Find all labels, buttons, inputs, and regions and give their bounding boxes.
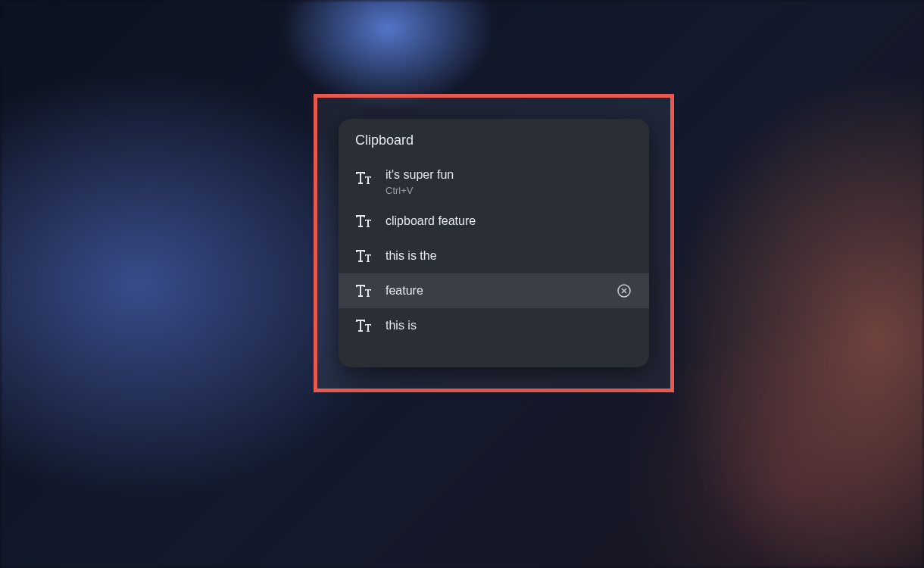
clipboard-item-text: this is the	[386, 249, 632, 263]
text-icon	[355, 317, 372, 334]
clipboard-item-text: this is	[386, 319, 632, 332]
panel-title: Clipboard	[339, 119, 649, 159]
clipboard-item[interactable]: feature	[339, 273, 649, 308]
clipboard-items-list: it's super fun Ctrl+V clipboard feature	[339, 159, 649, 367]
clipboard-item-content: this is	[386, 319, 632, 332]
clipboard-panel: Clipboard it's super fun Ctrl+V	[339, 119, 649, 367]
annotation-highlight-box: Clipboard it's super fun Ctrl+V	[314, 94, 674, 392]
text-icon	[355, 248, 372, 264]
text-icon	[355, 170, 372, 186]
clipboard-item[interactable]: this is	[339, 308, 649, 343]
clipboard-item-content: feature	[386, 284, 616, 298]
clipboard-item-content: this is the	[386, 249, 632, 263]
clipboard-item[interactable]: clipboard feature	[339, 204, 649, 239]
text-icon	[355, 213, 372, 229]
clipboard-item[interactable]: it's super fun Ctrl+V	[339, 159, 649, 204]
clipboard-item-content: it's super fun Ctrl+V	[386, 168, 632, 196]
clipboard-item[interactable]: this is the	[339, 239, 649, 273]
clipboard-item-text: feature	[386, 284, 616, 298]
text-icon	[355, 282, 372, 299]
clipboard-item-text: clipboard feature	[386, 214, 632, 228]
delete-item-button[interactable]	[616, 282, 632, 299]
clipboard-item-content: clipboard feature	[386, 214, 632, 228]
clipboard-item-text: it's super fun	[386, 168, 632, 182]
clipboard-item-shortcut: Ctrl+V	[386, 185, 632, 196]
